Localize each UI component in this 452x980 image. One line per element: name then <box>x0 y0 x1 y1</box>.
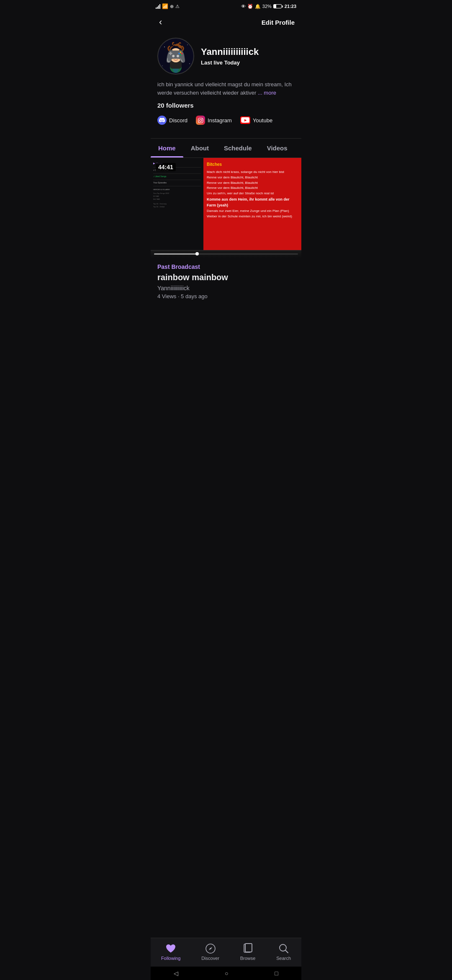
profile-info: Yanniiiiiiiiiick Last live Today <box>201 46 295 65</box>
avatar <box>157 38 194 75</box>
broadcast-info: Past Broadcast rainbow mainbow Yanniiiii… <box>151 258 301 303</box>
profile-bio: ich bin yannick und vielleicht magst du … <box>157 80 295 97</box>
status-right: 👁 ⏰ 🔔 32% 21:23 <box>241 4 296 9</box>
svg-point-12 <box>177 54 180 57</box>
svg-point-2 <box>187 44 188 45</box>
instagram-link[interactable]: Instagram <box>196 116 232 125</box>
svg-point-18 <box>202 119 202 119</box>
tab-home[interactable]: Home <box>151 139 183 157</box>
profile-section: Yanniiiiiiiiiick Last live Today ich bin… <box>151 34 301 138</box>
discord-link[interactable]: Discord <box>157 116 187 125</box>
eye-icon: 👁 <box>241 4 246 9</box>
svg-point-14 <box>177 54 179 56</box>
broadcast-title: rainbow mainbow <box>157 273 295 282</box>
svg-point-4 <box>162 65 162 66</box>
bio-more-button[interactable]: ... more <box>258 90 276 96</box>
thumbnail-center-panel: Bitches Mach dich nicht krass, solange d… <box>203 158 301 250</box>
svg-point-3 <box>189 63 190 64</box>
battery-percent: 32% <box>262 4 272 9</box>
instagram-icon <box>196 116 205 125</box>
svg-point-11 <box>172 54 175 57</box>
svg-point-15 <box>175 57 177 58</box>
broadcast-thumbnail[interactable]: ▶ Home + Create Playlist ♪ Liked Songs Y… <box>151 158 301 258</box>
tab-about[interactable]: About <box>183 139 216 157</box>
broadcast-meta: 4 Views · 5 days ago <box>157 293 295 299</box>
thumbnail-image: ▶ Home + Create Playlist ♪ Liked Songs Y… <box>151 158 301 250</box>
svg-point-17 <box>200 119 202 121</box>
edit-profile-button[interactable]: Edit Profile <box>262 19 295 26</box>
battery-icon <box>273 4 283 8</box>
tab-clips[interactable]: Clips <box>295 139 301 157</box>
svg-rect-16 <box>198 118 203 123</box>
clock: 21:23 <box>285 4 296 9</box>
signal-icon <box>156 4 160 9</box>
youtube-icon <box>240 116 250 124</box>
broadcast-channel: Yanniiiiiiiiiick <box>157 285 295 291</box>
vpn-icon: ⊕ <box>170 4 174 9</box>
profile-username: Yanniiiiiiiiiick <box>201 46 295 57</box>
warning-icon: ⚠ <box>175 4 180 9</box>
wifi-icon: 📶 <box>162 3 168 9</box>
svg-rect-7 <box>170 60 182 69</box>
tabs: Home About Schedule Videos Clips <box>151 139 301 158</box>
social-links: Discord Instagram Youtube <box>157 116 295 125</box>
alarm-icon: ⏰ <box>247 4 253 9</box>
tab-schedule[interactable]: Schedule <box>216 139 259 157</box>
status-bar: 📶 ⊕ ⚠ 👁 ⏰ 🔔 32% 21:23 <box>151 0 301 12</box>
top-nav: ‹ Edit Profile <box>151 12 301 34</box>
bell-off-icon: 🔔 <box>255 4 261 9</box>
profile-header: Yanniiiiiiiiiick Last live Today <box>157 38 295 75</box>
discord-icon <box>157 116 167 125</box>
thumbnail-bottom-bar <box>151 250 301 258</box>
instagram-label: Instagram <box>208 117 232 124</box>
svg-point-8 <box>170 48 182 62</box>
youtube-label: Youtube <box>253 117 272 124</box>
svg-point-9 <box>171 53 175 58</box>
svg-point-10 <box>177 53 181 58</box>
discord-label: Discord <box>169 117 187 124</box>
broadcast-duration: 44:41 <box>156 163 176 171</box>
back-button[interactable]: ‹ <box>157 15 164 29</box>
avatar-image <box>158 39 193 74</box>
content-area: ▶ Home + Create Playlist ♪ Liked Songs Y… <box>151 158 301 303</box>
followers-count: 20 followers <box>157 102 295 109</box>
last-live: Last live Today <box>201 59 295 66</box>
status-left: 📶 ⊕ ⚠ <box>156 3 180 9</box>
tab-videos[interactable]: Videos <box>259 139 295 157</box>
broadcast-label: Past Broadcast <box>157 263 295 270</box>
svg-point-13 <box>172 54 173 56</box>
youtube-link[interactable]: Youtube <box>240 116 272 124</box>
svg-point-1 <box>164 46 165 47</box>
thumbnail-left-panel: ▶ Home + Create Playlist ♪ Liked Songs Y… <box>151 158 203 250</box>
